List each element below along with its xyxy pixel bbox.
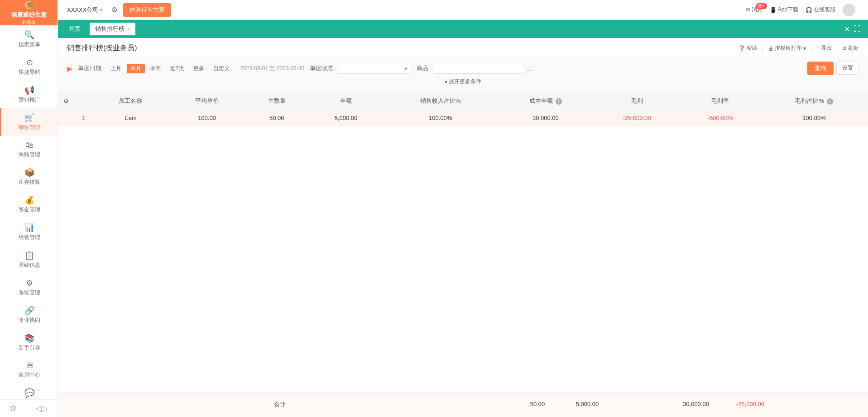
chevron-down-icon: ▾ [100,7,102,12]
col-gross-profit: 毛利 [594,92,680,110]
settings-bottom-icon[interactable]: ⚙ [10,403,17,413]
refresh-button[interactable]: ↺ 刷新 [842,44,859,52]
user-avatar[interactable] [843,4,855,16]
tab-close-window-icon[interactable]: ✕ [844,25,850,34]
cell-gross-profit: -25,000.00 [594,110,680,126]
query-button[interactable]: 查询 [807,62,834,75]
sidebar-item-purchase[interactable]: 🛍 采购管理 [0,136,58,163]
sidebar-item-collab[interactable]: 🔗 企业协同 [0,301,58,329]
goods-input[interactable] [434,63,524,74]
sidebar-item-search[interactable]: 🔍 搜索菜单 [0,25,58,53]
col-total-amount: 全额 [308,92,384,110]
sidebar-item-wechat[interactable]: 💬 企业微信 [0,383,58,399]
basic-icon: 📋 [24,250,34,260]
footer-empty1 [58,397,72,412]
sidebar-item-nav[interactable]: ⊙ 快捷导航 [0,53,58,81]
export-button[interactable]: ↑ 导出 [817,44,832,52]
top-right-actions: ✉ 消息 99+ 📱 App下载 🎧 在线客服 [746,4,863,16]
app-name: 畅康通好生意 [11,11,47,19]
goods-more-dots[interactable]: … [526,65,532,72]
sidebar-item-label: 营销推广 [19,96,40,104]
sidebar-item-guide[interactable]: 📚 新手引导 [0,329,58,356]
date-opt-this-month[interactable]: 本月 [127,64,145,73]
system-icon: ⚙ [26,278,33,288]
cell-rank: 1 [74,110,92,126]
tab-sales-ranking[interactable]: 销售排行榜 × [90,23,135,35]
online-service-button[interactable]: 🎧 在线客服 [806,6,835,14]
print-button[interactable]: 🖨 按模板打印 ▾ [768,44,806,52]
filter-right-actions: 查询 设置 [807,62,859,75]
date-opt-last-month[interactable]: 上月 [107,64,125,73]
cost-info-icon[interactable]: i [556,98,562,105]
expand-more-button[interactable]: ▾ 展开更多条件 [445,78,481,86]
sidebar-item-label: 经营管理 [19,234,40,241]
message-button[interactable]: ✉ 消息 99+ [746,6,762,14]
data-table: ⚙ 员工名称 平均单价 主数量 全额 销售收入占比% 成本全额 i 毛利 毛利率 [58,92,868,126]
sidebar-item-business[interactable]: 📊 经营管理 [0,218,58,246]
collapse-icon[interactable]: ◁▷ [35,403,48,413]
help-icon: ❓ [739,45,745,52]
tab-maximize-icon[interactable]: ⛶ [854,25,861,33]
print-icon: 🖨 [768,45,773,52]
sidebar-item-basic[interactable]: 📋 基础信息 [0,246,58,273]
date-opt-this-year[interactable]: 本年 [147,64,165,73]
cell-gross-percent: 100.00% [760,110,868,126]
footer-empty2 [72,397,90,412]
footer-row: 合计 50.00 5,000.00 30,000.00 -25,000.00 [58,397,868,412]
date-opt-7days[interactable]: 近7天 [167,64,188,73]
cell-gross-rate: -500.00% [680,110,760,126]
sidebar-item-inventory[interactable]: 📦 库存核算 [0,163,58,191]
tab-home[interactable]: 首页 [62,20,88,38]
cell-sales-percent: 100.00% [384,110,498,126]
expand-icon: ▾ [445,79,447,85]
company-selector[interactable]: XXXXX公司 ▾ [63,4,106,16]
footer-main-qty: 50.00 [515,397,560,412]
settings-icon[interactable]: ⚙ [110,4,120,16]
col-gross-rate: 毛利率 [680,92,760,110]
app-icon: 🖥 [25,361,34,370]
tab-close-button[interactable]: × [127,26,130,32]
app-download-button[interactable]: 📱 App下载 [770,6,798,14]
guide-icon: 📚 [24,333,34,343]
sidebar-item-marketing[interactable]: 📢 营销推广 [0,81,58,108]
svg-text:🌿: 🌿 [26,1,34,9]
date-opt-more[interactable]: 更多 [190,64,208,73]
trial-button[interactable]: 体验行业方案 [123,3,171,17]
company-name: XXXXX公司 [67,6,98,14]
sidebar-item-app[interactable]: 🖥 应用中心 [0,356,58,383]
table-area: ⚙ 员工名称 平均单价 主数量 全额 销售收入占比% 成本全额 i 毛利 毛利率 [58,92,868,392]
print-label: 按模板打印 [775,44,802,52]
col-settings[interactable]: ⚙ [58,92,74,110]
date-options: 上月 本月 本年 近7天 更多 自定义 [107,64,233,73]
filter-collapse-icon[interactable]: ▶ [67,64,72,73]
cell-main-qty: 50.00 [245,110,308,126]
app-download-icon: 📱 [770,7,777,13]
footer-gross-rate [777,397,823,412]
table-header-row: ⚙ 员工名称 平均单价 主数量 全额 销售收入占比% 成本全额 i 毛利 毛利率 [58,92,868,110]
sidebar-item-finance[interactable]: 💰 资金管理 [0,191,58,218]
help-button[interactable]: ❓ 帮助 [739,44,758,52]
cell-employee-name: Eam [92,110,169,126]
footer-avg-price [470,397,515,412]
marketing-icon: 📢 [24,85,34,95]
settings-button[interactable]: 设置 [836,62,859,75]
tab-bar: 首页 销售排行榜 × ✕ ⛶ [58,20,868,38]
status-select[interactable] [339,63,411,74]
date-range-display: 2023-06-01 至 2023-06-30 [240,65,304,72]
nav-icon: ⊙ [26,58,33,67]
footer-cost-amount: 30,000.00 [669,397,723,412]
print-dropdown-icon: ▾ [803,45,806,52]
gross-percent-info-icon[interactable]: i [827,98,833,105]
date-opt-custom[interactable]: 自定义 [210,64,233,73]
col-rank [74,92,92,110]
service-icon: 🎧 [806,7,812,13]
collab-icon: 🔗 [24,306,34,316]
top-header: XXXXX公司 ▾ ⚙ 体验行业方案 ✉ 消息 99+ 📱 App下载 🎧 在线… [58,0,868,20]
sidebar-item-label: 资金管理 [19,206,40,214]
page-actions: ❓ 帮助 | 🖨 按模板打印 ▾ | ↑ 导出 | ↺ 刷新 [739,44,859,52]
sidebar-item-sales[interactable]: 🛒 销售管理 [0,108,58,136]
sidebar-item-system[interactable]: ⚙ 系统管理 [0,273,58,301]
app-edition: 标准版 [22,19,36,25]
sidebar-footer: ⚙ ◁▷ [0,399,58,417]
refresh-label: 刷新 [848,44,859,52]
